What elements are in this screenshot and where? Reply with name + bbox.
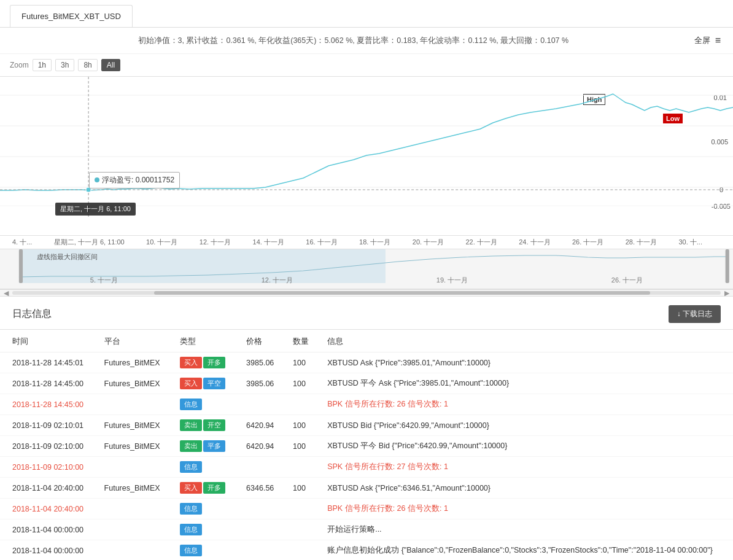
cell-time: 2018-11-28 14:45:00 — [0, 373, 92, 394]
cell-info: 开始运行策略... — [315, 519, 733, 540]
tag-open: 开多 — [203, 482, 225, 494]
cell-time: 2018-11-09 02:10:01 — [0, 415, 92, 436]
zoom-all[interactable]: All — [101, 59, 120, 71]
cell-price — [234, 394, 281, 415]
col-amount: 数量 — [281, 330, 315, 352]
cell-info: XBTUSD Ask {"Price":3985.01,"Amount":100… — [315, 352, 733, 373]
chart-tooltip: 浮动盈亏: 0.00011752 — [89, 172, 180, 189]
fullscreen-button[interactable]: 全屏 — [694, 35, 710, 46]
cell-amount: 100 — [281, 352, 315, 373]
download-log-button[interactable]: ↓ 下载日志 — [669, 305, 721, 323]
cell-price — [234, 540, 281, 561]
col-type: 类型 — [168, 330, 234, 352]
cell-platform: Futures_BitMEX — [92, 373, 168, 394]
cell-platform — [92, 499, 168, 519]
cell-type: 信息 — [168, 519, 234, 540]
cell-price: 3985.06 — [234, 352, 281, 373]
tag-buy: 买入 — [180, 357, 202, 368]
cell-price: 6346.56 — [234, 478, 281, 499]
cell-type: 买入平空 — [168, 373, 234, 394]
cell-amount: 100 — [281, 478, 315, 499]
tag-open: 开多 — [203, 357, 225, 368]
cell-type: 信息 — [168, 457, 234, 478]
nav-x-labels: 5. 十一月 12. 十一月 19. 十一月 26. 十一月 — [0, 274, 733, 286]
tab-futures[interactable]: Futures_BitMEX_XBT_USD — [10, 5, 133, 27]
log-table: 时间 平台 类型 价格 数量 信息 2018-11-28 14:45:01Fut… — [0, 330, 733, 560]
cell-type: 买入开多 — [168, 478, 234, 499]
zoom-3h[interactable]: 3h — [55, 59, 74, 71]
table-row: 2018-11-09 02:10:01Futures_BitMEX卖出开空642… — [0, 415, 733, 436]
cell-info: BPK 信号所在行数: 26 信号次数: 1 — [315, 499, 733, 519]
nav-label: 虚线指最大回撤区间 — [37, 252, 98, 262]
tag-info: 信息 — [180, 545, 202, 556]
cell-platform: Futures_BitMEX — [92, 415, 168, 436]
x-label-10: 24. 十一月 — [519, 238, 550, 247]
cell-info: BPK 信号所在行数: 26 信号次数: 1 — [315, 394, 733, 415]
cell-amount — [281, 519, 315, 540]
col-time: 时间 — [0, 330, 92, 352]
log-title: 日志信息 — [12, 308, 52, 321]
cell-info: 账户信息初始化成功 {"Balance":0,"FrozenBalance":0… — [315, 540, 733, 561]
col-platform: 平台 — [92, 330, 168, 352]
cell-time: 2018-11-04 00:00:00 — [0, 540, 92, 561]
zoom-1h[interactable]: 1h — [33, 59, 52, 71]
scroll-right-arrow[interactable]: ▶ — [721, 289, 733, 297]
cell-platform — [92, 540, 168, 561]
cell-platform — [92, 457, 168, 478]
x-label-5: 14. 十一月 — [253, 238, 284, 247]
tab-bar: Futures_BitMEX_XBT_USD — [0, 0, 733, 28]
cell-info: XBTUSD Ask {"Price":6346.51,"Amount":100… — [315, 478, 733, 499]
cell-type: 信息 — [168, 499, 234, 519]
nav-x-2: 12. 十一月 — [262, 276, 293, 285]
tooltip-dot — [95, 177, 99, 182]
cell-time: 2018-11-28 14:45:01 — [0, 352, 92, 373]
zoom-8h[interactable]: 8h — [78, 59, 97, 71]
x-label-1: 4. 十... — [12, 238, 32, 247]
x-label-7: 18. 十一月 — [359, 238, 390, 247]
scrollbar[interactable]: ◀ ▶ — [0, 289, 733, 297]
cell-info: XBTUSD 平今 Ask {"Price":3985.01,"Amount":… — [315, 373, 733, 394]
tag-flat: 平空 — [203, 378, 225, 389]
x-label-12: 28. 十一月 — [626, 238, 657, 247]
cell-price: 3985.06 — [234, 373, 281, 394]
cell-time: 2018-11-04 20:40:00 — [0, 478, 92, 499]
x-label-11: 26. 十一月 — [572, 238, 603, 247]
table-row: 2018-11-09 02:10:00信息SPK 信号所在行数: 27 信号次数… — [0, 457, 733, 478]
cell-amount — [281, 394, 315, 415]
cell-price: 6420.94 — [234, 415, 281, 436]
cell-platform: Futures_BitMEX — [92, 352, 168, 373]
table-header-row: 时间 平台 类型 价格 数量 信息 — [0, 330, 733, 352]
nav-x-3: 19. 十一月 — [436, 276, 468, 285]
zoom-label: Zoom — [10, 61, 29, 69]
cell-platform: Futures_BitMEX — [92, 478, 168, 499]
cell-amount — [281, 540, 315, 561]
cell-platform: Futures_BitMEX — [92, 436, 168, 457]
cell-price — [234, 499, 281, 519]
cell-type: 卖出平多 — [168, 436, 234, 457]
tag-open: 开空 — [203, 419, 225, 431]
menu-icon[interactable]: ≡ — [715, 35, 721, 46]
scroll-thumb[interactable] — [154, 291, 650, 295]
tag-info: 信息 — [180, 503, 202, 515]
cell-price: 6420.94 — [234, 436, 281, 457]
tag-flat: 平多 — [203, 440, 225, 452]
nav-x-4: 26. 十一月 — [611, 276, 643, 285]
x-label-6: 16. 十一月 — [306, 238, 337, 247]
cell-amount: 100 — [281, 415, 315, 436]
cell-info: XBTUSD 平今 Bid {"Price":6420.99,"Amount":… — [315, 436, 733, 457]
scroll-left-arrow[interactable]: ◀ — [0, 289, 12, 297]
cell-platform — [92, 394, 168, 415]
cell-time: 2018-11-04 20:40:00 — [0, 499, 92, 519]
cell-type: 卖出开空 — [168, 415, 234, 436]
cell-info: SPK 信号所在行数: 27 信号次数: 1 — [315, 457, 733, 478]
x-label-4: 12. 十一月 — [200, 238, 231, 247]
chart-container: 0.01 0.005 0 -0.005 High Low 浮动盈亏: 0.000… — [0, 76, 733, 236]
date-tooltip: 星期二, 十一月 6, 11:00 — [55, 203, 136, 216]
navigator[interactable]: 虚线指最大回撤区间 5. 十一月 12. 十一月 19. 十一月 26. 十一月 — [0, 249, 733, 289]
cell-platform — [92, 519, 168, 540]
x-label-8: 20. 十一月 — [413, 238, 444, 247]
tag-buy: 买入 — [180, 378, 202, 389]
table-row: 2018-11-28 14:45:00Futures_BitMEX买入平空398… — [0, 373, 733, 394]
cell-price — [234, 457, 281, 478]
table-row: 2018-11-04 00:00:00信息账户信息初始化成功 {"Balance… — [0, 540, 733, 561]
